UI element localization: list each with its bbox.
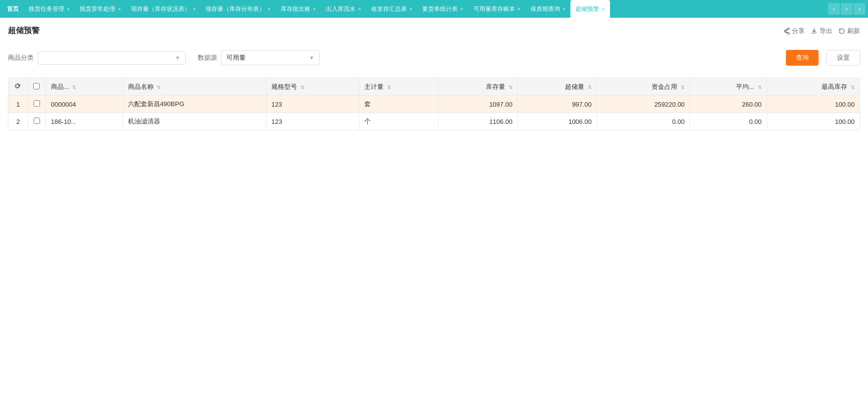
product-name: 六配套新昌490BPG bbox=[123, 96, 266, 113]
sort-icon: ⇅ bbox=[758, 84, 762, 90]
top-navigation: 首页 拣货任务管理 × 拣货异常处理 × 现存量（库存状况表） × 现存量（库存… bbox=[0, 0, 868, 18]
th-settings[interactable] bbox=[8, 78, 28, 96]
settings-button[interactable]: 设置 bbox=[826, 50, 860, 66]
page-container: 超储预警 分享 导出 刷新 bbox=[0, 18, 868, 395]
nav-more-button[interactable]: › bbox=[854, 3, 866, 15]
nav-tab-picking-exception[interactable]: 拣货异常处理 × bbox=[75, 0, 126, 18]
nav-tab-available-stock[interactable]: 可用量库存账本 × bbox=[469, 0, 525, 18]
avg: 260.00 bbox=[690, 96, 767, 113]
datasource-label: 数据源 bbox=[198, 53, 217, 62]
overstock: 1006.00 bbox=[518, 113, 597, 130]
close-icon[interactable]: × bbox=[193, 6, 196, 12]
refresh-icon bbox=[838, 28, 845, 35]
th-max-stock[interactable]: 最高库存 ⇅ bbox=[767, 78, 860, 96]
datasource-value: 可用量 bbox=[226, 53, 246, 62]
capital: 0.00 bbox=[597, 113, 690, 130]
row-number: 1 bbox=[8, 96, 28, 113]
nav-prev-button[interactable]: ‹ bbox=[828, 3, 840, 15]
row-checkbox-cell[interactable] bbox=[28, 113, 46, 130]
table-row: 2 186-10... 机油滤清器 123 个 1106.00 1006.00 … bbox=[8, 113, 860, 130]
sort-icon: ⇅ bbox=[387, 84, 391, 90]
nav-next-button[interactable]: › bbox=[841, 3, 853, 15]
share-icon bbox=[783, 28, 790, 35]
close-icon[interactable]: × bbox=[118, 6, 121, 12]
nav-tab-batch-account[interactable]: 库存批次账 × bbox=[276, 0, 321, 18]
select-all-checkbox[interactable] bbox=[33, 83, 40, 89]
product-code: 186-10... bbox=[46, 113, 123, 130]
chevron-down-icon: ▼ bbox=[309, 55, 314, 61]
nav-tab-home[interactable]: 首页 bbox=[2, 0, 24, 18]
export-button[interactable]: 导出 bbox=[811, 27, 832, 36]
th-capital[interactable]: 资金占用 ⇅ bbox=[597, 78, 690, 96]
category-value bbox=[43, 54, 45, 62]
row-checkbox[interactable] bbox=[34, 100, 40, 107]
header-actions: 分享 导出 刷新 bbox=[783, 27, 860, 36]
nav-tab-stock-status[interactable]: 现存量（库存状况表） × bbox=[126, 0, 201, 18]
export-icon bbox=[811, 28, 818, 35]
category-filter: 商品分类 ▼ bbox=[8, 51, 186, 65]
nav-tab-picking-task[interactable]: 拣货任务管理 × bbox=[24, 0, 75, 18]
unit: 个 bbox=[359, 113, 438, 130]
th-unit[interactable]: 主计量 ⇅ bbox=[359, 78, 438, 96]
nav-tab-inout-flow[interactable]: 出入库流水 × bbox=[321, 0, 366, 18]
product-code: 0000004 bbox=[46, 96, 123, 113]
datasource-filter: 数据源 可用量 ▼ bbox=[198, 50, 320, 65]
action-buttons: 查询 设置 bbox=[786, 50, 860, 66]
data-table: 商品... ⇅ 商品名称 ⇅ 规格型号 ⇅ 主计量 ⇅ 库存量 ⇅ bbox=[8, 78, 860, 130]
close-icon[interactable]: × bbox=[518, 6, 521, 12]
th-product-name[interactable]: 商品名称 ⇅ bbox=[123, 78, 266, 96]
nav-tab-overstock[interactable]: 超储预警 × bbox=[570, 0, 609, 18]
nav-tab-order-stats[interactable]: 要货单统计表 × bbox=[417, 0, 468, 18]
close-icon[interactable]: × bbox=[67, 6, 70, 12]
category-select[interactable]: ▼ bbox=[38, 51, 186, 65]
sort-icon: ⇅ bbox=[72, 84, 76, 90]
spec: 123 bbox=[266, 96, 359, 113]
th-select-all[interactable] bbox=[28, 78, 46, 96]
stock: 1097.00 bbox=[438, 96, 518, 113]
close-icon[interactable]: × bbox=[358, 6, 361, 12]
row-checkbox[interactable] bbox=[34, 118, 40, 124]
stock: 1106.00 bbox=[438, 113, 518, 130]
close-icon[interactable]: × bbox=[267, 6, 270, 12]
sort-icon: ⇅ bbox=[588, 84, 592, 90]
nav-tab-stock-dist[interactable]: 现存量（库存分布表） × bbox=[201, 0, 275, 18]
max-stock: 100.00 bbox=[767, 96, 860, 113]
overstock: 997.00 bbox=[518, 96, 597, 113]
close-icon[interactable]: × bbox=[563, 6, 565, 12]
query-button[interactable]: 查询 bbox=[786, 50, 819, 66]
chevron-down-icon: ▼ bbox=[175, 55, 180, 61]
nav-tab-summary[interactable]: 收发存汇总表 × bbox=[366, 0, 417, 18]
sort-icon: ⇅ bbox=[681, 84, 685, 90]
capital: 259220.00 bbox=[597, 96, 690, 113]
page-title: 超储预警 bbox=[8, 26, 40, 36]
category-label: 商品分类 bbox=[8, 53, 34, 62]
th-product-code[interactable]: 商品... ⇅ bbox=[46, 78, 123, 96]
nav-tab-quality-expiry[interactable]: 保质期查询 × bbox=[525, 0, 570, 18]
share-button[interactable]: 分享 bbox=[783, 27, 805, 36]
th-avg[interactable]: 平均... ⇅ bbox=[690, 78, 767, 96]
table-body: 1 0000004 六配套新昌490BPG 123 套 1097.00 997.… bbox=[8, 96, 860, 130]
sort-icon: ⇅ bbox=[157, 84, 161, 90]
close-icon[interactable]: × bbox=[602, 6, 605, 12]
th-spec[interactable]: 规格型号 ⇅ bbox=[266, 78, 359, 96]
table-header-row: 商品... ⇅ 商品名称 ⇅ 规格型号 ⇅ 主计量 ⇅ 库存量 ⇅ bbox=[8, 78, 860, 96]
page-header: 超储预警 分享 导出 刷新 bbox=[8, 26, 860, 36]
th-overstock[interactable]: 超储量 ⇅ bbox=[518, 78, 597, 96]
sort-icon: ⇅ bbox=[851, 84, 855, 90]
filter-bar: 商品分类 ▼ 数据源 可用量 ▼ 查询 设置 bbox=[8, 44, 860, 72]
refresh-button[interactable]: 刷新 bbox=[838, 27, 860, 36]
spec: 123 bbox=[266, 113, 359, 130]
gear-icon bbox=[13, 82, 21, 90]
close-icon[interactable]: × bbox=[409, 6, 412, 12]
close-icon[interactable]: × bbox=[313, 6, 316, 12]
row-number: 2 bbox=[8, 113, 28, 130]
sort-icon: ⇅ bbox=[301, 84, 304, 90]
row-checkbox-cell[interactable] bbox=[28, 96, 46, 113]
table-row: 1 0000004 六配套新昌490BPG 123 套 1097.00 997.… bbox=[8, 96, 860, 113]
th-stock[interactable]: 库存量 ⇅ bbox=[438, 78, 518, 96]
close-icon[interactable]: × bbox=[460, 6, 463, 12]
datasource-select[interactable]: 可用量 ▼ bbox=[221, 50, 320, 65]
avg: 0.00 bbox=[690, 113, 767, 130]
product-name: 机油滤清器 bbox=[123, 113, 266, 130]
unit: 套 bbox=[359, 96, 438, 113]
